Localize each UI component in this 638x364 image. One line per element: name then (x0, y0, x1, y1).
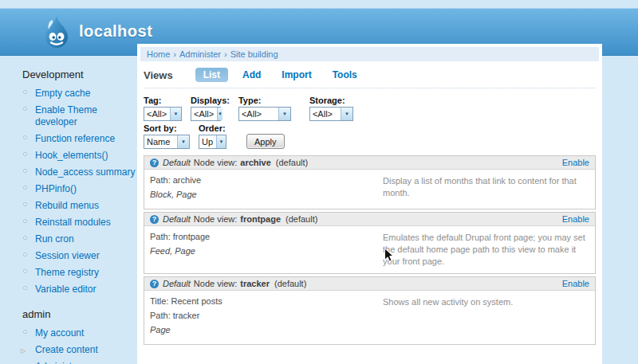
enable-link[interactable]: Enable (562, 214, 589, 224)
sort-by-select[interactable]: Name ▼ (144, 135, 190, 149)
circle-bullet-icon (23, 135, 27, 139)
view-row-body: Path: archive Block, Page Display a list… (144, 170, 595, 209)
view-type-label: Node view: (194, 214, 237, 224)
sidebar-link[interactable]: PHPinfo() (35, 183, 77, 194)
select-value: <All> (242, 109, 262, 119)
sidebar-item-hook-elements[interactable]: Hook_elements() (22, 150, 137, 162)
sidebar: Development Empty cache Enable Theme dev… (0, 68, 137, 364)
select-arrow-icon: ▼ (341, 108, 352, 120)
view-row-frontpage: ? Default Node view: frontpage (default)… (144, 212, 596, 274)
breadcrumb-link-site-building[interactable]: Site building (230, 49, 278, 59)
sidebar-link[interactable]: Hook_elements() (35, 150, 108, 161)
sidebar-item-function-reference[interactable]: Function reference (22, 133, 137, 145)
sidebar-item-administer[interactable]: ▽Administer ▷Content management (22, 361, 137, 364)
sidebar-link[interactable]: Rebuild menus (35, 200, 99, 211)
order-select[interactable]: Up ▼ (199, 135, 226, 149)
enable-link[interactable]: Enable (562, 279, 589, 288)
circle-bullet-icon (23, 330, 27, 334)
sidebar-item-reinstall-modules[interactable]: Reinstall modules (22, 217, 137, 229)
sidebar-item-variable-editor[interactable]: Variable editor (22, 284, 137, 296)
filter-label: Displays: (191, 96, 230, 105)
sidebar-item-run-cron[interactable]: Run cron (22, 233, 137, 245)
filters: Tag: <All> ▼ Displays: <All> ▼ Type: <Al… (144, 96, 596, 149)
view-row-header: ? Default Node view: archive (default) E… (144, 156, 595, 170)
site-name[interactable]: localhost (79, 22, 152, 41)
select-arrow-icon: ▼ (278, 108, 290, 120)
view-description: Shows all new activity on system. (383, 296, 589, 339)
view-badge: Default (163, 279, 191, 288)
view-suffix: (default) (276, 158, 308, 167)
development-menu: Empty cache Enable Theme developer Funct… (22, 88, 137, 296)
sidebar-section-title: admin (22, 308, 137, 320)
breadcrumb-link-administer[interactable]: Administer (179, 49, 221, 59)
view-suffix: (default) (286, 214, 317, 224)
sidebar-item-create-content[interactable]: ▷Create content (22, 344, 137, 356)
filter-displays: Displays: <All> ▼ (191, 96, 230, 121)
mouse-cursor (384, 248, 394, 267)
apply-button[interactable]: Apply (246, 134, 285, 149)
view-row-header: ? Default Node view: tracker (default) E… (144, 277, 595, 291)
filter-label: Type: (238, 96, 291, 105)
drupal-logo-icon[interactable] (41, 14, 72, 53)
filter-tag: Tag: <All> ▼ (144, 96, 182, 121)
views-list: ? Default Node view: archive (default) E… (144, 155, 596, 345)
tab-import[interactable]: Import (282, 69, 311, 80)
filter-type: Type: <All> ▼ (238, 96, 291, 121)
sidebar-item-rebuild-menus[interactable]: Rebuild menus (22, 200, 137, 212)
select-arrow-icon: ▼ (217, 108, 223, 120)
storage-select[interactable]: <All> ▼ (309, 107, 353, 121)
tag-select[interactable]: <All> ▼ (144, 107, 182, 121)
view-row-body: Title: Recent posts Path: tracker Page S… (144, 291, 595, 344)
displays-select[interactable]: <All> ▼ (191, 107, 221, 121)
breadcrumb-link-home[interactable]: Home (147, 49, 170, 59)
sidebar-item-session-viewer[interactable]: Session viewer (22, 250, 137, 262)
breadcrumb: Home › Administer › Site building (140, 47, 599, 61)
circle-bullet-icon (23, 219, 27, 223)
sidebar-item-my-account[interactable]: My account (22, 327, 137, 339)
tab-tools[interactable]: Tools (333, 69, 357, 80)
sidebar-link[interactable]: Enable Theme developer (35, 104, 97, 127)
sidebar-item-theme-registry[interactable]: Theme registry (22, 267, 137, 279)
view-suffix: (default) (274, 279, 306, 288)
help-icon[interactable]: ? (150, 215, 159, 224)
circle-bullet-icon (23, 252, 27, 256)
sidebar-item-empty-cache[interactable]: Empty cache (22, 88, 137, 100)
circle-bullet-icon (23, 202, 27, 206)
sidebar-link[interactable]: Theme registry (35, 267, 99, 278)
breadcrumb-separator: › (224, 49, 227, 59)
help-icon[interactable]: ? (150, 159, 159, 167)
sidebar-item-phpinfo[interactable]: PHPinfo() (22, 183, 137, 195)
view-row-archive: ? Default Node view: archive (default) E… (144, 155, 596, 209)
filter-sort-by: Sort by: Name ▼ (144, 123, 190, 149)
select-arrow-icon: ▼ (170, 108, 181, 120)
sidebar-link[interactable]: Session viewer (35, 250, 100, 261)
enable-link[interactable]: Enable (562, 158, 589, 167)
view-type-label: Node view: (194, 279, 237, 288)
view-name: tracker (240, 279, 270, 288)
sidebar-link[interactable]: Run cron (35, 233, 74, 245)
sidebar-item-enable-theme-developer[interactable]: Enable Theme developer (22, 104, 137, 128)
type-select[interactable]: <All> ▼ (238, 107, 291, 121)
sidebar-link[interactable]: Reinstall modules (35, 217, 111, 228)
select-value: <All> (194, 109, 214, 119)
view-badge: Default (163, 214, 191, 224)
tab-list[interactable]: List (195, 68, 228, 82)
select-arrow-icon: ▼ (177, 135, 189, 148)
tab-add[interactable]: Add (242, 69, 261, 80)
filter-row-1: Tag: <All> ▼ Displays: <All> ▼ Type: <Al… (144, 96, 596, 121)
sidebar-link[interactable]: Administer (35, 361, 81, 364)
sidebar-link[interactable]: My account (35, 327, 84, 339)
circle-bullet-icon (23, 152, 27, 156)
sidebar-link[interactable]: Empty cache (35, 88, 90, 99)
sidebar-link[interactable]: Function reference (35, 133, 115, 144)
title-tab-row: Views List Add Import Tools (144, 68, 596, 88)
sidebar-link[interactable]: Variable editor (35, 284, 96, 295)
view-type-label: Node view: (194, 158, 237, 167)
view-description: Emulates the default Drupal front page; … (383, 231, 589, 268)
content-panel: Home › Administer › Site building Views … (137, 44, 602, 364)
sidebar-link[interactable]: Create content (35, 344, 98, 355)
help-icon[interactable]: ? (150, 280, 159, 288)
sidebar-link[interactable]: Node_access summary (35, 166, 135, 178)
sidebar-item-node-access-summary[interactable]: Node_access summary (22, 166, 137, 178)
circle-bullet-icon (23, 169, 27, 173)
